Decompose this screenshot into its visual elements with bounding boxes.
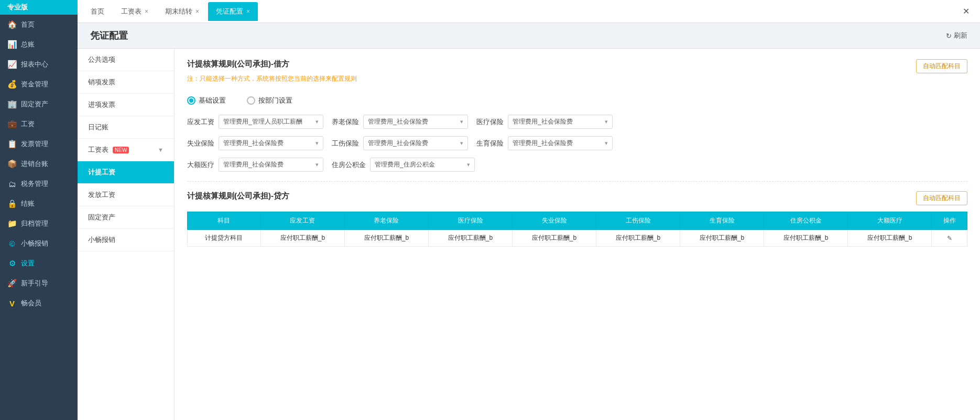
select-housing-fund[interactable]: 管理费用_住房公积金 ▾ bbox=[370, 158, 475, 172]
label-salary: 应发工资 bbox=[187, 117, 214, 127]
new-badge: NEW bbox=[113, 147, 129, 153]
sidebar-item-label: 总账 bbox=[21, 40, 35, 49]
sidebar-item-tax[interactable]: 🗂 税务管理 bbox=[0, 174, 78, 194]
fund-icon: 💰 bbox=[7, 80, 17, 89]
form-row-1: 应发工资 管理费用_管理人员职工薪酬 ▾ 养老保险 管理费用_社会保险费 ▾ 医… bbox=[187, 115, 967, 129]
xiaochang-icon: © bbox=[7, 239, 17, 248]
sidebar-item-vip[interactable]: V 畅会员 bbox=[0, 293, 78, 313]
left-nav-purchase-invoice[interactable]: 进项发票 bbox=[78, 94, 174, 116]
radio-group: 基础设置 按部门设置 bbox=[187, 96, 967, 105]
field-housing-fund: 住房公积金 管理费用_住房公积金 ▾ bbox=[332, 158, 475, 172]
left-nav-journal[interactable]: 日记账 bbox=[78, 116, 174, 139]
sidebar-item-invoice[interactable]: 📋 发票管理 bbox=[0, 134, 78, 154]
label-pension: 养老保险 bbox=[332, 117, 359, 127]
asset-icon: 🏢 bbox=[7, 100, 17, 109]
select-medical[interactable]: 管理费用_社会保险费 ▾ bbox=[508, 115, 613, 129]
left-nav-fixed-assets[interactable]: 固定资产 bbox=[78, 206, 174, 229]
tab-payroll-label: 工资表 bbox=[121, 7, 141, 16]
select-unemployment-value: 管理费用_社会保险费 bbox=[223, 139, 284, 148]
select-pension-value: 管理费用_社会保险费 bbox=[368, 117, 428, 126]
chevron-down-icon: ▾ bbox=[605, 140, 608, 147]
ledger-icon: 📊 bbox=[7, 40, 17, 49]
sidebar-item-fixed-assets[interactable]: 🏢 固定资产 bbox=[0, 94, 78, 114]
radio-basic-setup[interactable]: 基础设置 bbox=[187, 96, 226, 105]
sidebar-item-report-center[interactable]: 📈 报表中心 bbox=[0, 54, 78, 74]
select-maternity[interactable]: 管理费用_社会保险费 ▾ bbox=[508, 136, 613, 150]
field-pension: 养老保险 管理费用_社会保险费 ▾ bbox=[332, 115, 468, 129]
left-nav-accrued-payroll[interactable]: 计提工资 bbox=[78, 161, 174, 184]
sidebar-item-label: 报表中心 bbox=[21, 60, 48, 69]
left-nav-xiaochang-expense[interactable]: 小畅报销 bbox=[78, 229, 174, 251]
label-major-medical: 大额医疗 bbox=[187, 160, 214, 170]
sidebar-item-closing[interactable]: 🔒 结账 bbox=[0, 194, 78, 214]
refresh-label: 刷新 bbox=[954, 31, 967, 40]
guide-icon: 🚀 bbox=[7, 279, 17, 288]
row-edit-action[interactable]: ✎ bbox=[932, 230, 967, 247]
sidebar-item-fund-management[interactable]: 💰 资金管理 bbox=[0, 74, 78, 94]
app-brand: 专业版 bbox=[0, 0, 78, 15]
sidebar-item-label: 畅会员 bbox=[21, 299, 41, 308]
section1-header: 计提核算规则(公司承担)-借方 注：只能选择一种方式，系统将按照您当前的选择来配… bbox=[187, 59, 967, 91]
radio-dept-label: 按部门设置 bbox=[258, 96, 292, 105]
edit-icon[interactable]: ✎ bbox=[947, 235, 952, 242]
window-close-icon[interactable]: ✕ bbox=[963, 6, 970, 16]
chevron-down-icon: ▾ bbox=[315, 118, 319, 125]
tab-voucher-config-close[interactable]: × bbox=[246, 8, 250, 15]
select-medical-value: 管理费用_社会保险费 bbox=[513, 117, 573, 126]
select-major-medical[interactable]: 管理费用_社会保险费 ▾ bbox=[219, 158, 323, 172]
sidebar-item-payroll[interactable]: 💼 工资 bbox=[0, 114, 78, 134]
sidebar-item-settings[interactable]: ⚙ 设置 bbox=[0, 253, 78, 273]
sidebar-item-inventory[interactable]: 📦 进销台账 bbox=[0, 154, 78, 174]
tab-voucher-config[interactable]: 凭证配置 × bbox=[208, 2, 258, 21]
sidebar-item-general-ledger[interactable]: 📊 总账 bbox=[0, 35, 78, 54]
field-major-medical: 大额医疗 管理费用_社会保险费 ▾ bbox=[187, 158, 323, 172]
left-nav-issue-payroll[interactable]: 发放工资 bbox=[78, 184, 174, 206]
tab-payroll[interactable]: 工资表 × bbox=[113, 2, 156, 21]
sidebar-item-xiaochang[interactable]: © 小畅报销 bbox=[0, 234, 78, 253]
chevron-down-icon: ▾ bbox=[315, 140, 319, 147]
select-salary[interactable]: 管理费用_管理人员职工薪酬 ▾ bbox=[219, 115, 323, 129]
refresh-button[interactable]: ↻ 刷新 bbox=[946, 31, 967, 40]
tab-home[interactable]: 首页 bbox=[83, 2, 112, 21]
left-nav-public-options[interactable]: 公共选项 bbox=[78, 49, 174, 71]
refresh-icon: ↻ bbox=[946, 32, 952, 40]
tab-period-close-close[interactable]: × bbox=[195, 8, 199, 15]
section2-header: 计提核算规则(公司承担)-贷方 自动匹配科目 bbox=[187, 191, 967, 206]
sidebar-item-home[interactable]: 🏠 首页 bbox=[0, 15, 78, 35]
sidebar-item-label: 发票管理 bbox=[21, 139, 48, 149]
expand-icon: ▼ bbox=[158, 147, 164, 153]
page-title: 凭证配置 bbox=[90, 29, 128, 42]
right-content: 计提核算规则(公司承担)-借方 注：只能选择一种方式，系统将按照您当前的选择来配… bbox=[175, 49, 980, 420]
archive-icon: 📁 bbox=[7, 219, 17, 228]
radio-basic-label: 基础设置 bbox=[199, 96, 226, 105]
auto-match-btn-1[interactable]: 自动匹配科目 bbox=[916, 59, 967, 73]
col-action: 操作 bbox=[932, 212, 967, 230]
tab-period-close[interactable]: 期末结转 × bbox=[157, 2, 207, 21]
row-medical: 应付职工薪酬_b bbox=[429, 230, 513, 247]
select-unemployment[interactable]: 管理费用_社会保险费 ▾ bbox=[219, 136, 323, 150]
select-pension[interactable]: 管理费用_社会保险费 ▾ bbox=[363, 115, 468, 129]
left-nav-payroll-table[interactable]: 工资表 NEW ▼ bbox=[78, 139, 174, 161]
sidebar-item-archive[interactable]: 📁 归档管理 bbox=[0, 214, 78, 234]
table-header-row: 科目 应发工资 养老保险 医疗保险 失业保险 工伤保险 生育保险 住房公积金 大… bbox=[188, 212, 967, 230]
chevron-down-icon: ▾ bbox=[315, 161, 319, 168]
sidebar-item-label: 小畅报销 bbox=[21, 239, 48, 248]
left-nav-sales-invoice[interactable]: 销项发票 bbox=[78, 71, 174, 94]
payroll-icon: 💼 bbox=[7, 119, 17, 129]
field-medical: 医疗保险 管理费用_社会保险费 ▾ bbox=[476, 115, 613, 129]
row-pension: 应付职工薪酬_b bbox=[344, 230, 428, 247]
sidebar-item-label: 结账 bbox=[21, 199, 35, 208]
tab-payroll-close[interactable]: × bbox=[145, 8, 148, 15]
select-housing-fund-value: 管理费用_住房公积金 bbox=[375, 160, 435, 169]
chevron-down-icon: ▾ bbox=[605, 118, 608, 125]
label-medical: 医疗保险 bbox=[476, 117, 504, 127]
sidebar-item-guide[interactable]: 🚀 新手引导 bbox=[0, 273, 78, 293]
label-workinjury: 工伤保险 bbox=[332, 139, 359, 148]
select-workinjury[interactable]: 管理费用_社会保险费 ▾ bbox=[363, 136, 468, 150]
radio-dept-setup[interactable]: 按部门设置 bbox=[247, 96, 292, 105]
row-workinjury: 应付职工薪酬_b bbox=[596, 230, 680, 247]
main-area: 首页 工资表 × 期末结转 × 凭证配置 × ✕ 凭证配置 ↻ 刷新 公共选项 bbox=[78, 0, 980, 420]
col-maternity: 生育保险 bbox=[680, 212, 764, 230]
auto-match-btn-2[interactable]: 自动匹配科目 bbox=[916, 191, 967, 205]
field-unemployment: 失业保险 管理费用_社会保险费 ▾ bbox=[187, 136, 323, 150]
